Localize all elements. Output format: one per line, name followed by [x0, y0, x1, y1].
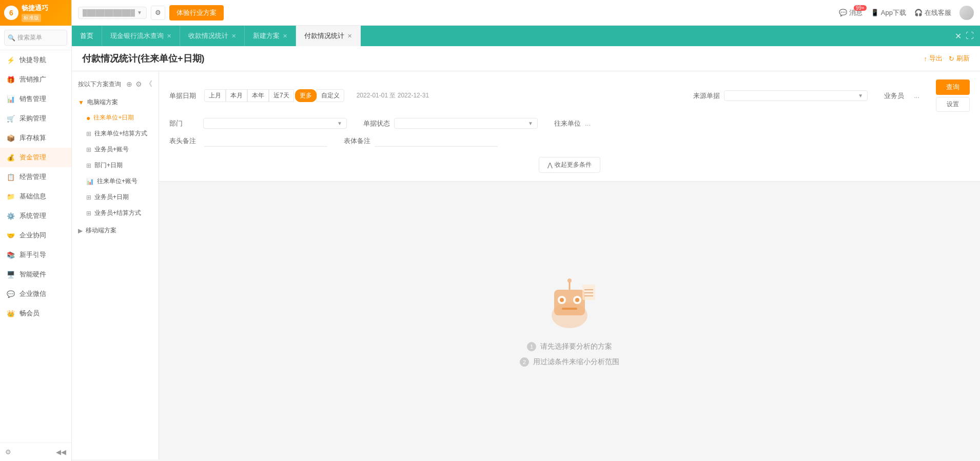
- app-download-button[interactable]: 📱 App下载: [871, 8, 906, 17]
- desktop-group-header[interactable]: ▼ 电脑端方案: [72, 95, 159, 110]
- tabbar: 首页 现金银行流水查询 ✕ 收款情况统计 ✕ 新建方案 ✕ 付款情况统计 ✕ ✕…: [72, 26, 980, 46]
- empty-hint-2: 2 用过滤条件来缩小分析范围: [520, 357, 619, 367]
- body-note-input[interactable]: [375, 135, 498, 147]
- tab-receipts[interactable]: 收款情况统计 ✕: [180, 26, 245, 46]
- tab-cashflow[interactable]: 现金银行流水查询 ✕: [102, 26, 180, 46]
- export-button[interactable]: ↑ 导出: [924, 54, 943, 63]
- empty-hint-1: 1 请先选择要分析的方案: [527, 342, 612, 351]
- newguide-icon: 📚: [6, 250, 15, 259]
- topbar-settings-button[interactable]: ⚙: [151, 6, 165, 20]
- refresh-button[interactable]: ↻ 刷新: [949, 54, 970, 63]
- dept-chevron-icon: ▼: [337, 121, 342, 126]
- scheme-item-partner-settle[interactable]: ⊞ 往来单位+结算方式: [72, 126, 159, 142]
- filter-settings-button[interactable]: 设置: [936, 97, 970, 112]
- scheme-settings-button[interactable]: ⚙: [135, 80, 142, 88]
- source-chevron-icon: ▼: [858, 93, 863, 98]
- online-service-button[interactable]: 🎧 在线客服: [914, 8, 951, 17]
- sidebar-item-purchase[interactable]: 🛒 采购管理: [0, 109, 71, 128]
- empty-state: 1 请先选择要分析的方案 2 用过滤条件来缩小分析范围: [159, 182, 980, 459]
- last-month-btn[interactable]: 上月: [204, 89, 226, 102]
- sidebar-item-system[interactable]: ⚙️ 系统管理: [0, 206, 71, 226]
- scheme-item-partner-account[interactable]: 📊 往来单位+账号: [72, 173, 159, 189]
- sidebar-item-quicknav[interactable]: ⚡ 快捷导航: [0, 50, 71, 70]
- this-month-btn[interactable]: 本月: [226, 89, 247, 102]
- table-scheme-icon5: ⊞: [86, 210, 91, 217]
- desktop-scheme-group: ▼ 电脑端方案 ● 往来单位+日期 ⊞ 往来单位+结算方式 ⊞ 业务员+账号: [72, 95, 159, 221]
- collapse-area: ⋀ 收起更多条件: [169, 153, 970, 173]
- scheme-item-dept-date[interactable]: ⊞ 部门+日期: [72, 157, 159, 173]
- settings-footer-icon[interactable]: ⚙: [5, 448, 11, 456]
- account-chevron-icon: ▼: [137, 10, 142, 15]
- header-note-input[interactable]: [204, 135, 327, 147]
- page-header: 付款情况统计(往来单位+日期) ↑ 导出 ↻ 刷新: [72, 46, 980, 71]
- sidebar-item-member[interactable]: 👑 畅会员: [0, 304, 71, 323]
- tab-home[interactable]: 首页: [72, 26, 102, 46]
- last7days-btn[interactable]: 近7天: [269, 89, 294, 102]
- search-menu-button[interactable]: 🔍 搜索菜单: [4, 30, 67, 46]
- sidebar-item-enterprise[interactable]: 🤝 企业协同: [0, 226, 71, 245]
- docstatus-chevron-icon: ▼: [528, 121, 533, 126]
- refresh-icon: ↻: [949, 55, 954, 63]
- sidebar-item-sales[interactable]: 📊 销售管理: [0, 89, 71, 109]
- member-icon: 👑: [6, 309, 15, 318]
- scheme-item-salesman-settle[interactable]: ⊞ 业务员+结算方式: [72, 205, 159, 221]
- partner-ellipsis[interactable]: ...: [585, 119, 591, 127]
- mobile-group-header[interactable]: ▶ 移动端方案: [72, 223, 159, 238]
- scheme-item-salesman-date[interactable]: ⊞ 业务员+日期: [72, 189, 159, 205]
- main-area: ████████████ ▼ ⚙ 体验行业方案 💬 消息 99+ 📱 App下载…: [72, 0, 980, 461]
- custom-date-btn[interactable]: 自定义: [317, 89, 344, 102]
- sidebar-item-capital[interactable]: 💰 资金管理: [0, 148, 71, 167]
- sidebar-item-operation[interactable]: 📋 经营管理: [0, 167, 71, 187]
- date-range-display: 2022-01-01 至 2022-12-31: [357, 91, 429, 100]
- more-btn[interactable]: 更多: [295, 89, 317, 102]
- source-filter-label: 来源单据: [693, 91, 720, 101]
- download-icon: 📱: [871, 9, 879, 16]
- filter-row-3: 表头备注 表体备注: [169, 135, 970, 147]
- user-avatar[interactable]: [959, 6, 974, 20]
- add-scheme-button[interactable]: ⊕: [126, 80, 132, 88]
- sidebar-nav: ⚡ 快捷导航 🎁 营销推广 📊 销售管理 🛒 采购管理 📦 库存核算 💰 资金管…: [0, 50, 71, 443]
- sidebar-item-inventory[interactable]: 📦 库存核算: [0, 128, 71, 148]
- svg-rect-9: [582, 285, 595, 300]
- notification-button[interactable]: 💬 消息 99+: [839, 8, 863, 17]
- collapse-filter-button[interactable]: ⋀ 收起更多条件: [539, 157, 600, 173]
- tab-close-receipts[interactable]: ✕: [231, 33, 236, 39]
- salesman-ellipsis[interactable]: ...: [914, 92, 919, 99]
- this-year-btn[interactable]: 本年: [247, 89, 269, 102]
- date-options: 上月 本月 本年 近7天 更多 自定义: [204, 89, 344, 102]
- salesman-filter-label: 业务员: [884, 91, 910, 101]
- dept-select[interactable]: ▼: [203, 118, 347, 129]
- tab-close-cashflow[interactable]: ✕: [167, 33, 171, 39]
- sidebar-item-basic[interactable]: 📁 基础信息: [0, 187, 71, 206]
- tab-newscheme[interactable]: 新建方案 ✕: [245, 26, 296, 46]
- svg-point-5: [575, 298, 579, 302]
- sidebar-item-newguide[interactable]: 📚 新手引导: [0, 245, 71, 265]
- source-select[interactable]: ▼: [724, 90, 868, 101]
- tab-close-newscheme[interactable]: ✕: [283, 33, 287, 39]
- close-all-tabs-button[interactable]: ✕: [955, 31, 962, 41]
- table-scheme-icon3: ⊞: [86, 162, 91, 169]
- table-scheme-icon: ⊞: [86, 130, 91, 137]
- maximize-button[interactable]: ⛶: [966, 31, 974, 41]
- scheme-item-partner-date[interactable]: ● 往来单位+日期: [72, 110, 159, 126]
- scheme-item-salesman-account[interactable]: ⊞ 业务员+账号: [72, 142, 159, 157]
- collapse-sidebar-icon[interactable]: ◀◀: [56, 448, 66, 456]
- partner-filter-label: 往来单位: [554, 119, 581, 128]
- docstatus-select[interactable]: ▼: [394, 118, 538, 129]
- tab-payments[interactable]: 付款情况统计 ✕: [296, 26, 361, 46]
- group-arrow-icon: ▼: [78, 99, 84, 106]
- query-button[interactable]: 查询: [936, 79, 970, 95]
- sidebar-item-hardware[interactable]: 🖥️ 智能硬件: [0, 265, 71, 284]
- sidebar-item-wechat[interactable]: 💬 企业微信: [0, 284, 71, 304]
- sidebar-footer: ⚙ ◀◀: [0, 443, 71, 461]
- collapse-scheme-button[interactable]: 《: [145, 79, 152, 89]
- chart-scheme-icon: 📊: [86, 178, 94, 185]
- operation-icon: 📋: [6, 172, 15, 182]
- account-selector[interactable]: ████████████ ▼: [78, 7, 147, 19]
- trial-button[interactable]: 体验行业方案: [169, 5, 224, 21]
- svg-point-8: [567, 278, 572, 283]
- sidebar-item-marketing[interactable]: 🎁 营销推广: [0, 70, 71, 89]
- tab-close-payments[interactable]: ✕: [347, 33, 352, 39]
- wechat-icon: 💬: [6, 289, 15, 298]
- collapse-icon: ⋀: [547, 162, 553, 169]
